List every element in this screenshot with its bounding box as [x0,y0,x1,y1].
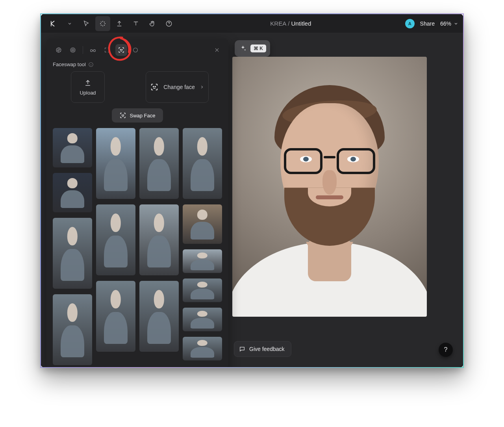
gallery-thumb[interactable] [96,281,135,352]
panel-tab-glasses[interactable] [87,44,99,56]
selected-image[interactable] [232,57,427,317]
gallery-thumb[interactable] [183,308,222,331]
panel-tab-spiral[interactable] [67,44,79,56]
svg-point-3 [72,49,74,52]
panel-tab-circle[interactable] [130,44,141,56]
help-tool[interactable] [161,16,176,31]
swap-face-button[interactable]: Swap Face [112,108,163,123]
close-icon [214,47,220,53]
gallery-thumb[interactable] [53,173,92,212]
svg-point-6 [93,50,95,52]
faceswap-panel: Faceswap tool Upload Change face [46,39,228,368]
svg-point-8 [122,50,122,50]
svg-point-9 [133,48,138,52]
panel-actions: Upload Change face [53,71,222,103]
portrait-illustration [232,57,427,317]
gallery-thumb[interactable] [183,249,222,273]
generate-tool[interactable] [95,16,110,31]
chevron-down-icon [454,21,458,26]
upload-tool[interactable] [112,16,127,31]
breadcrumb[interactable]: KREA / Untitled [176,20,405,27]
cursor-tool[interactable] [79,16,94,31]
upload-label: Upload [80,90,96,96]
svg-point-2 [70,48,75,52]
topbar: KREA / Untitled A Share 66% [41,14,463,33]
info-icon[interactable] [88,62,94,67]
gallery-thumb[interactable] [53,294,92,365]
upload-button[interactable]: Upload [71,71,105,103]
gallery-thumb[interactable] [183,204,222,244]
logo-krea[interactable] [46,16,61,31]
sparkle-icon [239,45,246,52]
brand-label: KREA [270,20,286,27]
change-face-label: Change face [163,84,195,90]
gallery-thumb[interactable] [96,204,135,275]
canvas-area[interactable]: ⌘ K [41,33,463,367]
gallery-thumb[interactable] [53,128,92,167]
give-feedback-button[interactable]: Give feedback [234,341,291,357]
gallery-thumb[interactable] [183,128,222,199]
zoom-value: 66% [440,20,451,27]
svg-point-13 [122,115,123,116]
help-fab[interactable]: ? [439,343,453,357]
breadcrumb-sep: / [288,20,289,27]
face-scan-icon [119,112,126,119]
svg-point-4 [72,50,73,50]
gallery-thumb[interactable] [53,218,92,289]
upload-icon [84,79,92,87]
swap-face-label: Swap Face [130,113,155,119]
chat-icon [239,346,245,352]
gallery-thumb[interactable] [183,337,222,360]
help-char: ? [444,346,448,353]
panel-tab-expand[interactable] [101,44,113,56]
face-scan-icon [150,83,159,91]
chevron-right-icon [200,85,204,89]
svg-point-5 [91,50,93,52]
panel-tab-aperture[interactable] [53,44,65,56]
gallery-thumb[interactable] [96,128,135,199]
panel-close-button[interactable] [212,45,222,55]
svg-point-12 [155,86,156,87]
doc-name: Untitled [291,20,311,27]
share-button[interactable]: Share [420,20,435,27]
gallery-thumb[interactable] [139,128,179,199]
command-pill[interactable]: ⌘ K [235,40,270,57]
svg-point-1 [56,48,61,52]
topbar-left [46,16,176,31]
panel-toolbar [53,44,222,56]
gallery-thumb[interactable] [183,278,222,302]
panel-toolbar-divider [83,46,83,54]
panel-title-row: Faceswap tool [53,61,222,67]
topbar-right: A Share 66% [405,19,458,28]
svg-point-11 [153,86,154,87]
text-tool[interactable] [128,16,143,31]
panel-tab-faceswap[interactable] [115,44,127,56]
gallery [53,128,222,368]
gallery-thumb[interactable] [139,281,179,352]
change-face-button[interactable]: Change face [146,71,209,103]
shortcut-badge: ⌘ K [250,45,266,52]
avatar-initial: A [408,21,411,26]
avatar[interactable]: A [405,19,415,28]
hand-tool[interactable] [145,16,160,31]
panel-title: Faceswap tool [53,61,86,67]
logo-menu[interactable] [62,16,77,31]
svg-point-7 [120,50,121,50]
app-window: KREA / Untitled A Share 66% ⌘ K [40,13,464,368]
svg-point-14 [124,115,124,116]
zoom-control[interactable]: 66% [440,20,458,27]
gallery-thumb[interactable] [139,204,179,275]
feedback-label: Give feedback [249,346,285,352]
